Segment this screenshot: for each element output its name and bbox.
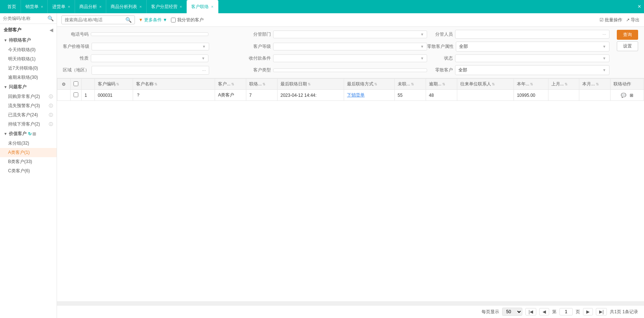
h-scrollbar[interactable] xyxy=(57,301,644,305)
sidebar-item-churn-warning[interactable]: 流失预警客户(3) ⓘ xyxy=(0,101,57,110)
retail-customer-value: 全部 xyxy=(458,67,467,73)
close-purchase-icon[interactable]: × xyxy=(68,4,70,9)
refresh-icon[interactable]: ↻ xyxy=(28,131,32,137)
col-type[interactable]: 客户...⇅ xyxy=(215,79,246,90)
close-product-analysis-icon[interactable]: × xyxy=(99,4,101,9)
sidebar-item-tomorrow[interactable]: 明天待联络(1) xyxy=(0,54,57,64)
col-name[interactable]: 客户名称⇅ xyxy=(133,79,215,90)
nav-tab-product-list[interactable]: 商品分析列表 × xyxy=(106,0,146,13)
section-problem-customers[interactable]: ▼ 问题客户 xyxy=(0,82,57,92)
settings-button[interactable]: 设置 xyxy=(617,41,638,51)
first-page-btn[interactable]: |◀ xyxy=(525,308,536,315)
cell-last-method[interactable]: 下销货单 xyxy=(344,90,394,101)
filter-field-customer-type: 客户类型 xyxy=(245,67,427,73)
filter-search-box[interactable]: 🔍 xyxy=(61,15,135,24)
export-btn[interactable]: ↗ 导出 xyxy=(626,17,640,23)
close-product-list-icon[interactable]: × xyxy=(139,4,142,9)
next-page-btn[interactable]: ▶ xyxy=(583,308,593,315)
status-input[interactable]: ▼ xyxy=(455,54,609,62)
close-customer-mgmt-icon[interactable]: × xyxy=(180,4,182,9)
col-gear[interactable]: ⚙ xyxy=(57,79,71,90)
row-checkbox[interactable] xyxy=(74,92,78,97)
sidebar-collapse-icon[interactable]: ◀ xyxy=(50,28,53,33)
sidebar-item-tomorrow-label: 明天待联络(1) xyxy=(8,56,36,62)
section-pending-contact[interactable]: ▼ 待联络客户 xyxy=(0,35,57,45)
nature-input[interactable]: ▼ xyxy=(91,54,208,62)
retail-attr-input[interactable]: 全部 ▼ xyxy=(456,42,609,52)
chat-icon[interactable]: 💬 xyxy=(621,93,626,98)
customer-type-label: 客户类型 xyxy=(245,67,271,73)
sidebar-item-unclassified[interactable]: 未分组(32) xyxy=(0,139,57,148)
customer-grade-input[interactable]: ▼ xyxy=(273,43,427,50)
sidebar-item-overdue[interactable]: 逾期未联络(30) xyxy=(0,73,57,82)
sort-contact-icon: ⇅ xyxy=(262,82,265,86)
phone-input[interactable] xyxy=(91,32,208,36)
cell-this-year: 10995.00 xyxy=(514,90,548,101)
nav-tab-sales-label: 销货单 xyxy=(25,4,39,10)
nav-tab-purchase[interactable]: 进货单 × xyxy=(48,0,75,13)
retail-customer-label: 零散客户 xyxy=(427,67,453,73)
col-code[interactable]: 客户编码⇅ xyxy=(95,79,133,90)
retail-customer-input[interactable]: 全部 ▼ xyxy=(455,65,609,75)
batch-op-btn[interactable]: ☑ 批量操作 xyxy=(600,17,622,23)
my-customers-check-input[interactable] xyxy=(171,18,176,22)
sidebar-search[interactable]: 🔍 xyxy=(0,13,57,24)
price-grade-input[interactable]: ▼ xyxy=(92,43,209,50)
col-contact-person[interactable]: 往来单位联系人⇅ xyxy=(457,79,514,90)
section-value-customers[interactable]: ▼ 价值客户 ↻ ⊞ xyxy=(0,129,57,139)
page-input[interactable] xyxy=(559,308,573,315)
dept-input[interactable]: ▼ xyxy=(273,31,427,38)
close-all-icon[interactable]: × xyxy=(638,3,641,10)
filter-search-input[interactable] xyxy=(65,17,125,22)
col-last-method[interactable]: 最后联络方式⇅ xyxy=(344,79,394,90)
nav-tab-product-analysis[interactable]: 商品分析 × xyxy=(75,0,106,13)
last-method-link[interactable]: 下销货单 xyxy=(347,92,365,98)
sidebar-item-declining[interactable]: 持续下滑客户(2) ⓘ xyxy=(0,120,57,129)
sidebar-search-input[interactable] xyxy=(3,16,47,21)
filter-field-region: 区域（地区） ··· xyxy=(63,66,245,75)
cell-unlink: 55 xyxy=(394,90,426,101)
sidebar-item-class-b[interactable]: B类客户(33) xyxy=(0,157,57,166)
person-label: 分管人员 xyxy=(427,31,453,38)
nav-tab-home[interactable]: 首页 xyxy=(3,0,21,13)
filter-search-icon: 🔍 xyxy=(125,17,132,23)
sidebar-item-class-c[interactable]: C类客户(6) xyxy=(0,166,57,176)
col-this-year[interactable]: 本年...⇅ xyxy=(514,79,548,90)
sidebar-item-churned[interactable]: 已流失客户(24) ⓘ xyxy=(0,110,57,120)
prev-page-btn[interactable]: ◀ xyxy=(539,308,549,315)
query-button[interactable]: 查询 xyxy=(617,30,638,40)
per-page-select[interactable]: 50 100 200 xyxy=(502,308,522,316)
person-input[interactable]: ··· xyxy=(455,30,609,39)
select-all-checkbox[interactable] xyxy=(74,81,78,86)
sidebar-item-today[interactable]: 今天待联络(0) xyxy=(0,45,57,54)
col-last-date[interactable]: 最后联络日期⇅ xyxy=(278,79,344,90)
col-contact[interactable]: 联络...⇅ xyxy=(246,79,278,90)
my-customers-checkbox[interactable]: 我分管的客户 xyxy=(171,17,204,23)
sidebar-item-class-a[interactable]: A类客户(1) xyxy=(0,148,57,157)
payment-input[interactable]: ▼ xyxy=(273,54,427,62)
nav-tab-customer-contact[interactable]: 客户联络 × xyxy=(187,0,218,13)
sidebar-item-repurchase-anomaly[interactable]: 回购异常客户(2) ⓘ xyxy=(0,92,57,101)
cell-action[interactable]: 💬 ⊞ xyxy=(611,90,644,101)
export-icon: ↗ xyxy=(626,17,630,22)
link-icon[interactable]: ⊞ xyxy=(630,93,633,98)
region-input[interactable]: ··· xyxy=(92,66,209,75)
col-overdue[interactable]: 逾期...⇅ xyxy=(426,79,457,90)
section-pending-label: 待联络客户 xyxy=(9,37,31,43)
col-this-month[interactable]: 本月...⇅ xyxy=(579,79,611,90)
nav-tab-customer-mgmt[interactable]: 客户分层经营 × xyxy=(147,0,187,13)
col-last-month[interactable]: 上月...⇅ xyxy=(548,79,579,90)
col-unlink[interactable]: 未联...⇅ xyxy=(394,79,426,90)
col-checkbox[interactable] xyxy=(71,79,82,90)
nav-tab-sales[interactable]: 销货单 × xyxy=(21,0,48,13)
sidebar-item-7days[interactable]: 近7天待联络(0) xyxy=(0,64,57,73)
close-customer-contact-icon[interactable]: × xyxy=(211,4,213,9)
add-group-icon[interactable]: ⊞ xyxy=(32,131,36,137)
sidebar-search-icon[interactable]: 🔍 xyxy=(47,15,54,21)
close-sales-icon[interactable]: × xyxy=(41,4,43,9)
customer-type-input[interactable] xyxy=(273,68,427,72)
last-page-btn[interactable]: ▶| xyxy=(596,308,607,315)
cell-checkbox[interactable] xyxy=(71,90,82,101)
sort-date-icon: ⇅ xyxy=(308,82,311,86)
filter-more-btn[interactable]: ▼ 更多条件 ▼ xyxy=(139,17,167,23)
